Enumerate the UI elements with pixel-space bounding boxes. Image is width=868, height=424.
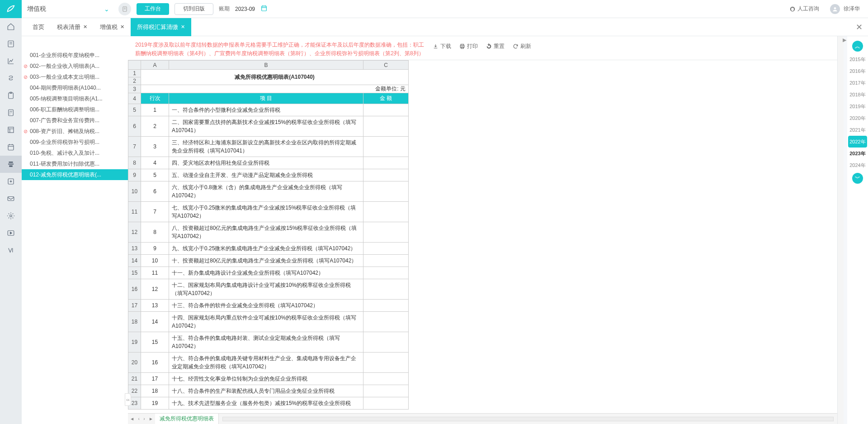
nav-settings-icon[interactable] [0,207,22,224]
refresh-button[interactable]: 刷新 [513,43,531,50]
workspace-button[interactable]: 工作台 [137,3,169,15]
user-menu[interactable]: 徐泽华 [827,4,863,14]
period-value: 2023-09 [235,6,255,12]
tax-dropdown-icon[interactable]: ⌄ [100,5,113,13]
tab-close-icon[interactable]: ✕ [181,24,185,30]
doc-icon-button[interactable] [118,3,131,15]
nav-calc-icon[interactable] [0,104,22,121]
warning-text: 2019年度涉及取以前年度结转数据的申报表单元格需要手工维护正确，才能保证本年及… [135,41,425,58]
consult-link[interactable]: 人工咨询 [787,5,822,13]
year-rail: ︽ 2015年2016年2017年2018年2019年2020年2021年202… [847,36,868,424]
tax-name: 增值税 [27,5,95,13]
form-item-8[interactable]: 009-企业所得税弥补亏损明... [22,137,128,148]
tab-close-icon[interactable]: ✕ [83,24,87,30]
year-2024年[interactable]: 2024年 [848,159,867,171]
year-2016年[interactable]: 2016年 [848,65,867,77]
year-up-icon[interactable]: ︽ [852,41,863,52]
year-2020年[interactable]: 2020年 [848,112,867,124]
nav-export-icon[interactable] [0,173,22,190]
form-item-6[interactable]: 007-广告费和业务宣传费跨... [22,115,128,126]
print-button[interactable]: 打印 [459,43,478,50]
nav-video-icon[interactable] [0,224,22,242]
form-list: 001-企业所得税年度纳税申...002-一般企业收入明细表(A...003-一… [22,36,128,424]
svg-rect-4 [8,127,14,133]
top-header: 增值税 ⌄ 工作台 切到旧版 账期 2023-09 人工咨询 徐泽华 [22,0,868,18]
vertical-scrollbar[interactable] [837,36,844,424]
nav-ledger-icon[interactable] [0,35,22,52]
nav-template-icon[interactable] [0,121,22,138]
form-item-5[interactable]: 006-职工薪酬纳税调整明细... [22,104,128,115]
year-2019年[interactable]: 2019年 [848,100,867,112]
collapse-sidebar-handle[interactable]: ‹‹ [125,393,131,406]
year-2017年[interactable]: 2017年 [848,77,867,89]
form-item-9[interactable]: 010-免税、减计收入及加计... [22,148,128,158]
nav-mail-icon[interactable] [0,190,22,207]
tab-0[interactable]: 首页 [26,18,51,36]
nav-chart-icon[interactable] [0,52,22,70]
form-item-4[interactable]: 005-纳税调整项目明细表(A1... [22,93,128,104]
tab-bar: 首页税表清册✕增值税✕所得税汇算清缴✕ ✕ [22,18,868,36]
sheet-tab-active[interactable]: 减免所得税优惠明细表 [155,414,219,424]
horizontal-scrollbar[interactable] [222,417,834,421]
form-item-3[interactable]: 004-期间费用明细表(A1040... [22,82,128,93]
sheet-tab-bar: ◄‹›► 减免所得税优惠明细表 [128,413,837,424]
form-item-11[interactable]: 012-减免所得税优惠明细表(... [22,169,128,180]
svg-rect-5 [8,145,14,150]
nav-clipboard-icon[interactable] [0,87,22,104]
form-item-10[interactable]: 011-研发费用加计扣除优惠... [22,158,128,169]
switch-old-button[interactable]: 切到旧版 [175,3,213,15]
nav-money-icon[interactable] [0,70,22,87]
period-label: 账期 [219,5,230,13]
year-2015年[interactable]: 2015年 [848,53,867,65]
consult-label: 人工咨询 [797,5,819,13]
form-item-1[interactable]: 002-一般企业收入明细表(A... [22,61,128,71]
avatar-icon [830,4,840,14]
nav-home-icon[interactable] [0,18,22,35]
nav-vip-icon[interactable] [0,242,22,259]
tab-1[interactable]: 税表清册✕ [51,18,94,36]
user-name: 徐泽华 [844,5,860,13]
year-2023年[interactable]: 2023年 [848,148,867,159]
svg-point-13 [834,7,836,9]
year-2022年[interactable]: 2022年 [848,136,867,148]
year-down-icon[interactable]: ︾ [852,173,863,184]
tab-2[interactable]: 增值税✕ [94,18,131,36]
form-item-2[interactable]: 003-一般企业成本支出明细... [22,71,128,82]
tab-3[interactable]: 所得税汇算清缴✕ [131,18,191,36]
download-button[interactable]: 下载 [433,43,451,50]
form-item-0[interactable]: 001-企业所得税年度纳税申... [22,50,128,61]
app-logo[interactable] [0,0,22,18]
nav-calendar-icon[interactable] [0,138,22,156]
svg-rect-7 [8,197,14,201]
reset-button[interactable]: 重置 [486,43,505,50]
tab-close-icon[interactable]: ✕ [120,24,124,30]
nav-tax-icon[interactable] [0,156,22,173]
sheet-nav[interactable]: ◄‹›► [128,416,155,421]
nav-sidebar [0,0,22,424]
expand-arrow-icon[interactable]: ▶ [843,37,846,43]
close-all-tabs-icon[interactable]: ✕ [854,22,864,33]
spreadsheet[interactable]: ABC1减免所得税优惠明细表(A107040)23金额单位: 元4行次项 目金 … [128,60,837,413]
svg-rect-11 [262,6,267,11]
toolbar: 2019年度涉及取以前年度结转数据的申报表单元格需要手工维护正确，才能保证本年及… [128,36,837,60]
year-2018年[interactable]: 2018年 [848,89,867,100]
form-item-7[interactable]: 008-资产折旧、摊销及纳税... [22,126,128,137]
svg-point-8 [10,215,12,217]
year-2021年[interactable]: 2021年 [848,124,867,136]
calendar-icon[interactable] [260,5,268,13]
